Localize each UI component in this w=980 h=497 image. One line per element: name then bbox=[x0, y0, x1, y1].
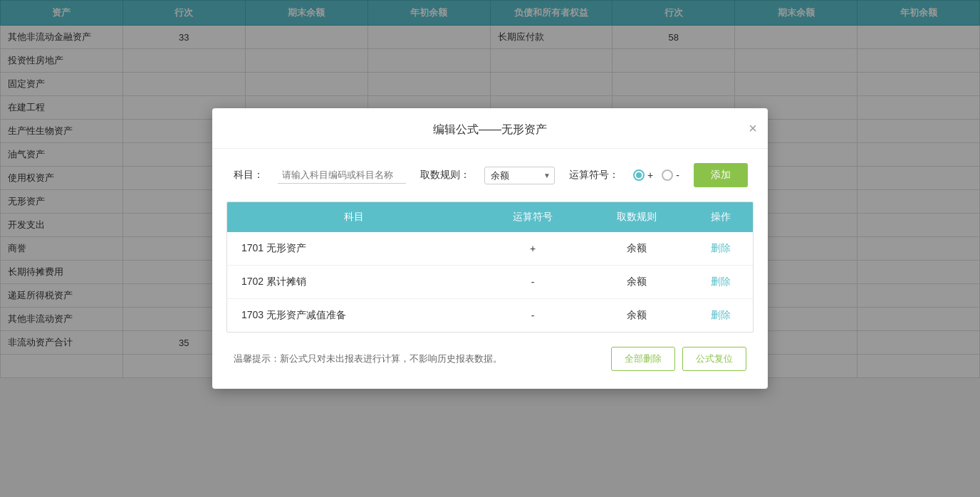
modal-footer: 温馨提示：新公式只对未出报表进行计算，不影响历史报表数据。 全部删除 公式复位 bbox=[212, 333, 768, 375]
subject-cell: 1701 无形资产 bbox=[227, 232, 481, 266]
operator-cell: + bbox=[481, 232, 585, 266]
subject-input[interactable] bbox=[278, 167, 406, 184]
subject-cell: 1702 累计摊销 bbox=[227, 266, 481, 299]
column-header: 取数规则 bbox=[585, 202, 689, 232]
delete-row-button[interactable]: 删除 bbox=[711, 242, 731, 253]
radio-plus-indicator bbox=[633, 169, 645, 181]
delete-row-button[interactable]: 删除 bbox=[711, 309, 731, 320]
rule-cell: 余额 bbox=[585, 299, 689, 333]
modal-close-button[interactable]: × bbox=[749, 121, 757, 135]
operator-plus-label: + bbox=[647, 169, 653, 181]
operator-radio-group: + - bbox=[633, 169, 679, 181]
formula-table: 科目运算符号取数规则操作 1701 无形资产+余额删除1702 累计摊销-余额删… bbox=[226, 202, 754, 333]
table-row: 1703 无形资产减值准备-余额删除 bbox=[227, 299, 753, 333]
rule-select-wrap[interactable]: 余额 借方发生额 贷方发生额 bbox=[484, 167, 555, 184]
delete-all-button[interactable]: 全部删除 bbox=[611, 347, 675, 371]
operator-cell: - bbox=[481, 266, 585, 299]
operator-minus-option[interactable]: - bbox=[662, 169, 679, 181]
modal-title: 编辑公式——无形资产 bbox=[433, 123, 547, 135]
footer-buttons: 全部删除 公式复位 bbox=[611, 347, 746, 371]
rule-cell: 余额 bbox=[585, 266, 689, 299]
action-cell: 删除 bbox=[689, 299, 753, 333]
modal-header: 编辑公式——无形资产 × bbox=[212, 108, 768, 149]
action-cell: 删除 bbox=[689, 266, 753, 299]
column-header: 科目 bbox=[227, 202, 481, 232]
operator-label: 运算符号： bbox=[569, 169, 619, 182]
tip-text: 温馨提示：新公式只对未出报表进行计算，不影响历史报表数据。 bbox=[234, 352, 502, 365]
rule-cell: 余额 bbox=[585, 232, 689, 266]
radio-minus-indicator bbox=[662, 169, 673, 181]
subject-label: 科目： bbox=[234, 169, 264, 182]
reset-formula-button[interactable]: 公式复位 bbox=[682, 347, 746, 371]
delete-row-button[interactable]: 删除 bbox=[711, 276, 731, 287]
rule-select[interactable]: 余额 借方发生额 贷方发生额 bbox=[484, 167, 555, 184]
modal-overlay: 编辑公式——无形资产 × 科目： 取数规则： 余额 借方发生额 贷方发生额 运算… bbox=[0, 0, 980, 497]
operator-cell: - bbox=[481, 299, 585, 333]
rule-label: 取数规则： bbox=[420, 169, 470, 182]
subject-cell: 1703 无形资产减值准备 bbox=[227, 299, 481, 333]
column-header: 运算符号 bbox=[481, 202, 585, 232]
operator-plus-option[interactable]: + bbox=[633, 169, 653, 181]
action-cell: 删除 bbox=[689, 232, 753, 266]
edit-formula-modal: 编辑公式——无形资产 × 科目： 取数规则： 余额 借方发生额 贷方发生额 运算… bbox=[212, 108, 768, 389]
operator-minus-label: - bbox=[676, 169, 679, 181]
table-row: 1701 无形资产+余额删除 bbox=[227, 232, 753, 266]
form-row: 科目： 取数规则： 余额 借方发生额 贷方发生额 运算符号： + - bbox=[212, 149, 768, 202]
column-header: 操作 bbox=[689, 202, 753, 232]
table-row: 1702 累计摊销-余额删除 bbox=[227, 266, 753, 299]
add-button[interactable]: 添加 bbox=[694, 163, 748, 187]
